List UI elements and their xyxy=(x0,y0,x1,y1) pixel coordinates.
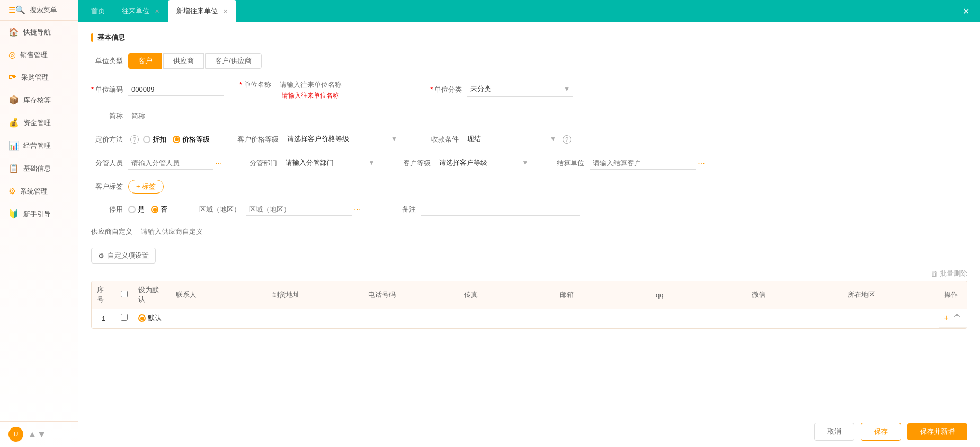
sidebar-item-system[interactable]: ⚙ 系统管理 xyxy=(0,180,78,203)
email-input[interactable] xyxy=(560,314,645,322)
region-dots-btn[interactable]: ··· xyxy=(352,205,363,214)
close-new-partner-tab[interactable]: ✕ xyxy=(223,8,228,15)
add-row-btn[interactable]: + xyxy=(944,313,949,323)
disabled-radio-group: 是 否 xyxy=(128,205,167,214)
supplier-custom-input[interactable] xyxy=(138,225,265,238)
sidebar-item-label: 基础信息 xyxy=(23,164,51,173)
close-partners-tab[interactable]: ✕ xyxy=(155,8,159,15)
customer-level-label: 客户等级 xyxy=(399,159,436,168)
customer-level-select[interactable]: 请选择客户等级 ▼ xyxy=(436,156,531,170)
close-all-tabs[interactable]: ✕ xyxy=(956,6,976,16)
save-new-button[interactable]: 保存并新增 xyxy=(907,423,967,440)
footer: 取消 保存 保存并新增 xyxy=(78,416,980,447)
unit-category-col: *单位分类 未分类 ▼ xyxy=(430,82,573,97)
select-all-checkbox[interactable] xyxy=(121,291,128,297)
radio-discount-circle xyxy=(143,136,150,143)
remarks-label: 备注 xyxy=(384,205,421,214)
region-input[interactable] xyxy=(246,203,352,216)
customer-level-placeholder: 请选择客户等级 xyxy=(439,158,487,168)
sidebar-item-guide[interactable]: 🔰 新手引导 xyxy=(0,203,78,225)
radio-disabled-yes-label: 是 xyxy=(138,205,145,214)
sidebar-item-quick-nav[interactable]: 🏠 快捷导航 xyxy=(0,21,78,43)
abbreviation-input[interactable] xyxy=(128,110,245,122)
type-btn-both[interactable]: 客户/供应商 xyxy=(205,53,262,69)
sidebar-item-label: 快捷导航 xyxy=(23,28,51,37)
department-select[interactable]: 请输入分管部门 ▼ xyxy=(282,156,378,170)
main-area: 首页 往来单位 ✕ 新增往来单位 ✕ ✕ 基本信息 单位类型 客户 供应商 客户… xyxy=(78,0,980,447)
sidebar-item-label: 新手引导 xyxy=(23,209,51,219)
radio-discount[interactable]: 折扣 xyxy=(143,135,166,144)
tab-home-label: 首页 xyxy=(91,6,105,16)
col-contact: 联系人 xyxy=(171,281,266,309)
cell-phone xyxy=(363,309,459,328)
area-input[interactable] xyxy=(848,314,933,322)
unit-code-col: *单位编码 xyxy=(91,83,224,96)
unit-category-value: 未分类 xyxy=(470,84,491,94)
tab-home[interactable]: 首页 xyxy=(83,0,113,22)
cell-fax xyxy=(459,309,555,328)
basics-icon: 📋 xyxy=(8,163,19,173)
radio-disabled-yes-circle xyxy=(128,206,136,213)
row-default-radio[interactable]: 默认 xyxy=(138,313,165,323)
unit-category-select[interactable]: 未分类 ▼ xyxy=(467,82,573,97)
sidebar-item-sales[interactable]: ◎ 销售管理 xyxy=(0,43,78,66)
cell-checkbox xyxy=(115,309,133,328)
customer-price-select[interactable]: 请选择客户价格等级 ▼ xyxy=(284,132,400,146)
sidebar-item-basics[interactable]: 📋 基础信息 xyxy=(0,157,78,180)
payment-terms-select[interactable]: 现结 ▼ xyxy=(464,132,559,146)
manager-dots-btn[interactable]: ··· xyxy=(213,159,224,168)
col-checkbox-header xyxy=(115,281,133,309)
section-header: 基本信息 xyxy=(91,33,967,42)
add-tag-button[interactable]: + 标签 xyxy=(128,180,164,194)
sidebar-item-purchase[interactable]: 🛍 采购管理 xyxy=(0,66,78,89)
phone-input[interactable] xyxy=(368,314,453,322)
batch-delete[interactable]: 🗑 批量删除 xyxy=(91,269,967,278)
sidebar-item-label: 销售管理 xyxy=(20,50,48,60)
tab-new-partner[interactable]: 新增往来单位 ✕ xyxy=(168,0,236,22)
payment-terms-help-icon[interactable]: ? xyxy=(563,135,571,144)
radio-discount-label: 折扣 xyxy=(153,135,166,144)
remarks-input[interactable] xyxy=(421,203,580,216)
tab-partners[interactable]: 往来单位 ✕ xyxy=(113,0,168,22)
address-input[interactable] xyxy=(272,314,358,322)
settlement-unit-input[interactable] xyxy=(590,157,696,170)
pricing-method-help-icon[interactable]: ? xyxy=(130,135,139,144)
unit-name-col: *单位名称 请输入往来单位名称 xyxy=(239,78,414,100)
radio-disabled-yes[interactable]: 是 xyxy=(128,205,145,214)
contact-input[interactable] xyxy=(176,314,261,322)
unit-code-input[interactable] xyxy=(128,83,224,96)
radio-disabled-no[interactable]: 否 xyxy=(151,205,167,214)
custom-settings-button[interactable]: ⚙ 自定义项设置 xyxy=(91,248,156,264)
radio-price-level[interactable]: 价格等级 xyxy=(173,135,210,144)
sidebar-item-operations[interactable]: 📊 经营管理 xyxy=(0,134,78,157)
delete-row-btn[interactable]: 🗑 xyxy=(953,313,961,323)
fax-input[interactable] xyxy=(464,314,549,322)
type-btn-supplier[interactable]: 供应商 xyxy=(163,53,204,69)
qq-input[interactable] xyxy=(656,314,741,322)
type-buttons: 客户 供应商 客户/供应商 xyxy=(128,53,262,69)
guide-icon: 🔰 xyxy=(8,209,19,219)
search-menu-item[interactable]: ☰🔍 搜索菜单 xyxy=(0,0,78,21)
unit-name-input[interactable] xyxy=(277,78,414,91)
radio-disabled-no-label: 否 xyxy=(161,205,167,214)
settlement-unit-label: 结算单位 xyxy=(553,159,590,168)
manager-input[interactable] xyxy=(128,157,213,170)
col-area: 所在地区 xyxy=(842,281,938,309)
col-qq: qq xyxy=(651,281,746,309)
wechat-input[interactable] xyxy=(752,314,837,322)
settlement-unit-dots-btn[interactable]: ··· xyxy=(696,159,707,168)
cancel-button[interactable]: 取消 xyxy=(814,423,854,441)
row-default-label: 默认 xyxy=(148,313,162,323)
operations-icon: 📊 xyxy=(8,141,19,151)
save-button[interactable]: 保存 xyxy=(861,423,901,441)
sidebar-item-inventory[interactable]: 📦 库存核算 xyxy=(0,89,78,111)
batch-delete-icon: 🗑 xyxy=(931,270,938,278)
sales-icon: ◎ xyxy=(8,50,16,60)
row-checkbox[interactable] xyxy=(121,314,128,321)
cell-actions: + 🗑 xyxy=(939,309,967,328)
pricing-row: 定价方法 ? 折扣 价格等级 客户价格等级 请 xyxy=(91,132,967,146)
unit-type-label: 单位类型 xyxy=(91,56,128,66)
contacts-table: 序号 设为默认 联系人 到货地址 电话号码 传真 邮箱 qq 微信 所在地区 操… xyxy=(92,281,967,328)
type-btn-customer[interactable]: 客户 xyxy=(128,53,162,69)
sidebar-item-finance[interactable]: 💰 资金管理 xyxy=(0,111,78,134)
